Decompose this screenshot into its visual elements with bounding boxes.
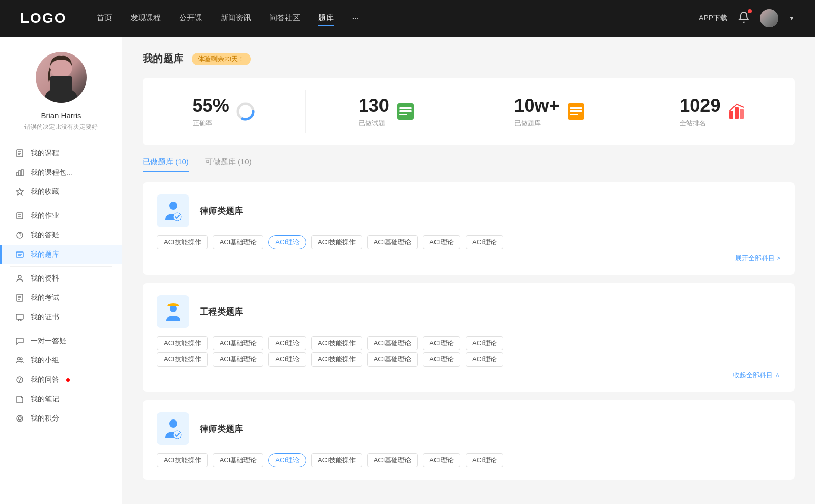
expand-link-lawyer-1[interactable]: 展开全部科目 > — [157, 254, 780, 263]
svg-rect-37 — [399, 107, 412, 109]
svg-rect-24 — [16, 314, 23, 319]
collapse-link-engineer[interactable]: 收起全部科目 ∧ — [157, 371, 780, 380]
sidebar-item-homework[interactable]: 我的作业 — [0, 206, 122, 226]
l2-tag-5[interactable]: ACI理论 — [423, 453, 460, 467]
eng2-tag-4[interactable]: ACI基础理论 — [367, 352, 418, 367]
tag-0[interactable]: ACI技能操作 — [157, 235, 208, 249]
stat-accuracy: 55% 正确率 — [143, 90, 306, 133]
l2-tag-2[interactable]: ACI理论 — [268, 453, 306, 467]
bank-name-lawyer-1: 律师类题库 — [200, 205, 243, 217]
sidebar-item-my-courses[interactable]: 我的课程 — [0, 144, 122, 163]
sidebar-item-one-on-one[interactable]: 一对一答疑 — [0, 331, 122, 351]
svg-rect-45 — [735, 107, 739, 119]
stat-ranking-value: 1029 — [680, 95, 720, 117]
nav-more[interactable]: ··· — [352, 11, 359, 26]
eng-tag-3[interactable]: ACI技能操作 — [311, 336, 362, 350]
svg-rect-44 — [729, 111, 734, 119]
eng-tag-4[interactable]: ACI基础理论 — [367, 336, 418, 350]
eng2-tag-2[interactable]: ACI理论 — [268, 352, 306, 367]
trial-badge: 体验剩余23天！ — [192, 53, 251, 65]
nav-home[interactable]: 首页 — [97, 11, 112, 26]
notes-icon — [15, 395, 24, 404]
eng-tag-1[interactable]: ACI基础理论 — [213, 336, 264, 350]
eng-tag-6[interactable]: ACI理论 — [466, 336, 503, 350]
tab-available-banks[interactable]: 可做题库 (10) — [205, 157, 252, 172]
svg-line-26 — [18, 319, 19, 321]
sidebar-item-groups[interactable]: 我的小组 — [0, 351, 122, 370]
eng-tag-5[interactable]: ACI理论 — [423, 336, 460, 350]
sidebar-label-groups: 我的小组 — [31, 356, 59, 365]
app-download-button[interactable]: APP下载 — [699, 14, 727, 23]
eng2-tag-5[interactable]: ACI理论 — [423, 352, 460, 367]
qa-red-dot — [66, 378, 70, 382]
tags-row-lawyer-2: ACI技能操作 ACI基础理论 ACI理论 ACI技能操作 ACI基础理论 AC… — [157, 453, 780, 467]
ranking-icon — [726, 101, 747, 122]
stat-done-banks-label: 已做题库 — [514, 119, 560, 128]
tag-1[interactable]: ACI基础理论 — [213, 235, 264, 249]
sidebar-label-certificate: 我的证书 — [31, 313, 59, 322]
nav-discover[interactable]: 发现课程 — [130, 11, 161, 26]
sidebar-label-one-on-one: 一对一答疑 — [31, 337, 66, 346]
sidebar-item-profile[interactable]: 我的资料 — [0, 269, 122, 288]
nav-open-course[interactable]: 公开课 — [179, 11, 202, 26]
stat-done-questions-value: 130 — [359, 95, 389, 117]
menu-divider-2 — [10, 266, 112, 267]
svg-point-19 — [18, 275, 21, 278]
tag-4[interactable]: ACI基础理论 — [367, 235, 418, 249]
svg-point-32 — [17, 415, 23, 422]
nav-news[interactable]: 新闻资讯 — [221, 11, 251, 26]
eng2-tag-6[interactable]: ACI理论 — [466, 352, 503, 367]
homework-icon — [15, 211, 24, 220]
svg-rect-41 — [570, 107, 582, 109]
svg-point-25 — [19, 319, 21, 321]
sidebar-item-exam[interactable]: 我的考试 — [0, 288, 122, 307]
sidebar-item-qa[interactable]: ? 我的答疑 — [0, 226, 122, 245]
done-banks-icon — [566, 101, 586, 122]
eng-tag-2[interactable]: ACI理论 — [268, 336, 306, 350]
svg-rect-42 — [570, 110, 582, 112]
sidebar-item-question-bank[interactable]: 我的题库 — [0, 245, 122, 264]
tag-3[interactable]: ACI技能操作 — [311, 235, 362, 249]
notification-button[interactable] — [738, 11, 750, 25]
svg-point-33 — [18, 417, 21, 420]
user-name: Brian Harris — [41, 111, 81, 120]
bar-chart-icon — [15, 168, 24, 177]
eng2-tag-0[interactable]: ACI技能操作 — [157, 352, 208, 367]
sidebar-label-homework: 我的作业 — [31, 211, 59, 220]
eng2-tag-1[interactable]: ACI基础理论 — [213, 352, 264, 367]
eng2-tag-3[interactable]: ACI技能操作 — [311, 352, 362, 367]
file-icon — [15, 149, 24, 158]
svg-rect-43 — [570, 114, 578, 115]
tag-2[interactable]: ACI理论 — [268, 235, 306, 249]
sidebar-item-favorites[interactable]: 我的收藏 — [0, 182, 122, 202]
user-avatar-header[interactable] — [760, 9, 778, 27]
tag-5[interactable]: ACI理论 — [423, 235, 460, 249]
user-dropdown-arrow[interactable]: ▼ — [789, 15, 795, 22]
svg-point-29 — [20, 358, 22, 360]
l2-tag-6[interactable]: ACI理论 — [466, 453, 503, 467]
l2-tag-1[interactable]: ACI基础理论 — [213, 453, 264, 467]
sidebar-label-exam: 我的考试 — [31, 293, 59, 302]
nav-qa[interactable]: 问答社区 — [269, 11, 300, 26]
sidebar-item-notes[interactable]: 我的笔记 — [0, 389, 122, 409]
svg-point-28 — [18, 358, 20, 360]
l2-tag-3[interactable]: ACI技能操作 — [311, 453, 362, 467]
svg-rect-46 — [740, 109, 744, 119]
tag-6[interactable]: ACI理论 — [466, 235, 503, 249]
stat-ranking-label: 全站排名 — [680, 119, 720, 128]
sidebar-label-qa: 我的答疑 — [31, 231, 59, 240]
stat-accuracy-label: 正确率 — [193, 119, 229, 128]
sidebar-item-my-qa[interactable]: ? 我的问答 — [0, 370, 122, 389]
bank-card-lawyer-2: 律师类题库 ACI技能操作 ACI基础理论 ACI理论 ACI技能操作 ACI基… — [143, 400, 795, 480]
svg-text:?: ? — [19, 233, 22, 238]
logo[interactable]: LOGO — [20, 10, 66, 26]
sidebar-item-points[interactable]: 我的积分 — [0, 409, 122, 428]
tab-bar: 已做题库 (10) 可做题库 (10) — [143, 157, 795, 172]
tab-done-banks[interactable]: 已做题库 (10) — [143, 157, 189, 172]
nav-question-bank[interactable]: 题库 — [318, 11, 334, 26]
sidebar-item-certificate[interactable]: 我的证书 — [0, 307, 122, 327]
sidebar-item-course-packages[interactable]: 我的课程包... — [0, 163, 122, 182]
l2-tag-4[interactable]: ACI基础理论 — [367, 453, 418, 467]
eng-tag-0[interactable]: ACI技能操作 — [157, 336, 208, 350]
l2-tag-0[interactable]: ACI技能操作 — [157, 453, 208, 467]
